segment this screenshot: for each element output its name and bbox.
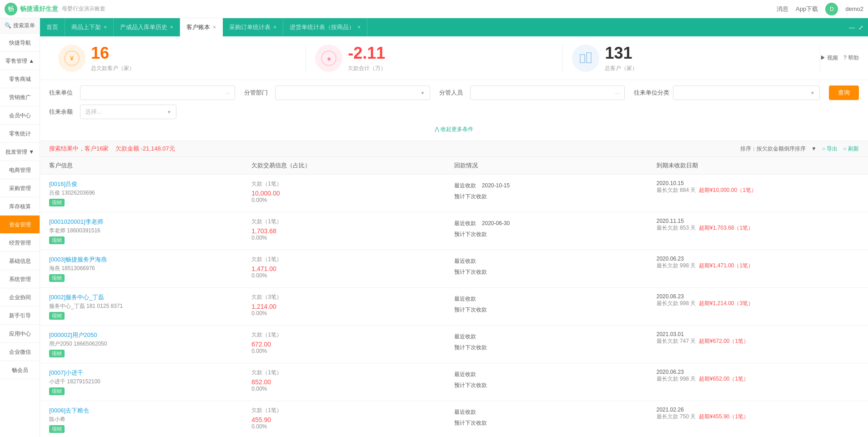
overdue-link-4[interactable]: 超期¥1,214.00（3笔） bbox=[699, 300, 753, 306]
sidebar-item-newbie[interactable]: 新手引导 bbox=[0, 306, 40, 325]
customer-cell-4: [0002]服务中心_丁磊 服务中心_丁磊 181 0125 8371 现销 bbox=[49, 293, 251, 320]
person-input[interactable]: ··· bbox=[470, 85, 625, 100]
help-btn[interactable]: ? 帮助 bbox=[843, 54, 859, 62]
sidebar-item-membership[interactable]: 会员中心 bbox=[0, 106, 40, 125]
dept-select[interactable]: ▼ bbox=[275, 85, 430, 100]
table-container: 客户信息 欠款交易信息（占比） 回款情况 到期未收款日期 [0016]吕俊 吕俊… bbox=[40, 157, 868, 437]
overdue-link-5[interactable]: 超期¥672.00（1笔） bbox=[699, 338, 749, 344]
app-download-btn[interactable]: App下载 bbox=[796, 5, 818, 13]
customer-cell-7: [0006]去下粮仓 陈小希 现销 bbox=[49, 407, 251, 433]
overdue-cell-3: 2020.06.23 最长欠款 998 天 超期¥1,471.00（1笔） bbox=[657, 256, 859, 270]
sidebar-item-retail-stats[interactable]: 零售统计 bbox=[0, 125, 40, 143]
overdue-link-3[interactable]: 超期¥1,471.00（1笔） bbox=[699, 262, 753, 269]
sidebar-item-app-center[interactable]: 应用中心 bbox=[0, 325, 40, 343]
tab-close-products[interactable]: × bbox=[104, 24, 107, 30]
sidebar-item-ecommerce[interactable]: 电商管理 bbox=[0, 161, 40, 179]
customer-tag-3: 现销 bbox=[49, 274, 65, 282]
customer-name-4[interactable]: [0002]服务中心_丁磊 bbox=[49, 293, 251, 301]
sidebar-item-retail-store[interactable]: 零售商城 bbox=[0, 70, 40, 88]
debt-amount-2: 1,703.68 bbox=[251, 227, 454, 235]
customer-name-3[interactable]: [0003]畅捷服务尹海燕 bbox=[49, 256, 251, 264]
customer-contact-6: 小进千 18279152100 bbox=[49, 378, 251, 386]
collapse-row[interactable]: ⋀ 收起更多条件 bbox=[49, 124, 859, 135]
sidebar-item-marketing[interactable]: 营销推广 bbox=[0, 88, 40, 106]
tab-close-customer[interactable]: × bbox=[213, 24, 216, 30]
sidebar-item-enterprise[interactable]: 企业协同 bbox=[0, 288, 40, 306]
main-area: 🔍 搜索菜单 快捷导航 零售管理 ▲ 零售商城 营销推广 会员中心 零售统计 bbox=[0, 18, 868, 437]
category-select[interactable]: ▼ bbox=[673, 85, 820, 100]
message-btn[interactable]: 消息 bbox=[777, 5, 788, 13]
tab-close-purchase[interactable]: × bbox=[273, 24, 276, 30]
sidebar-item-purchase[interactable]: 采购管理 bbox=[0, 179, 40, 197]
table-header: 客户信息 欠款交易信息（占比） 回款情况 到期未收款日期 bbox=[40, 157, 868, 175]
overdue-link-1[interactable]: 超期¥10,000.00（1笔） bbox=[699, 187, 757, 193]
overdue-link-7[interactable]: 超期¥455.90（1笔） bbox=[699, 413, 749, 420]
logo-icon: 畅 bbox=[5, 3, 17, 15]
sidebar-item-finance[interactable]: 资金管理 bbox=[0, 216, 40, 234]
tab-home[interactable]: 首页 bbox=[40, 18, 65, 36]
overdue-cell-5: 2021.03.01 最长欠款 747 天 超期¥672.00（1笔） bbox=[657, 331, 859, 345]
debt-percent-3: 0.00% bbox=[251, 272, 454, 279]
collapse-icon: ⋀ bbox=[435, 126, 439, 132]
sidebar-item-batch-mgmt[interactable]: 批发管理 ▼ bbox=[0, 143, 40, 161]
stat-total-customers: 131 总客户（家） bbox=[563, 44, 820, 72]
query-button[interactable]: 查询 bbox=[829, 85, 859, 100]
customer-name-5[interactable]: [000002]用户2050 bbox=[49, 331, 251, 339]
sidebar-item-inventory[interactable]: 库存核算 bbox=[0, 197, 40, 216]
video-btn[interactable]: ▶ 视频 bbox=[820, 54, 838, 62]
tab-products-offshelf[interactable]: 商品上下架 × bbox=[65, 18, 114, 36]
from-unit-input[interactable]: ··· bbox=[80, 85, 235, 100]
overdue-cell-6: 2020.06.23 最长欠款 998 天 超期¥652.00（1笔） bbox=[657, 369, 859, 383]
filter-person: 分管人员 ··· bbox=[439, 85, 625, 100]
stat-value-total-debt: -2.11 bbox=[348, 44, 386, 63]
debt-cell-2: 欠款（1笔） 1,703.68 0.00% bbox=[251, 218, 454, 241]
filter-dept: 分管部门 ▼ bbox=[244, 85, 430, 100]
tab-customer-account[interactable]: 客户账本 × bbox=[180, 18, 223, 36]
content-area: ¥ 16 总欠款客户（家） ◈ bbox=[40, 36, 868, 437]
refresh-btn[interactable]: ○ 刷新 bbox=[843, 145, 859, 153]
col-header-collection: 回款情况 bbox=[454, 161, 657, 170]
sidebar-item-operations[interactable]: 经营管理 bbox=[0, 234, 40, 252]
tab-close-production[interactable]: × bbox=[170, 24, 173, 30]
collection-cell-5: 最近收款 预计下次收款 bbox=[454, 331, 657, 353]
sidebar-search[interactable]: 🔍 搜索菜单 bbox=[0, 18, 40, 34]
export-btn[interactable]: ○ 导出 bbox=[822, 145, 838, 153]
user-label[interactable]: demo2 bbox=[845, 5, 863, 12]
customer-name-6[interactable]: [0007]小进千 bbox=[49, 369, 251, 377]
brand-name: 畅捷通好生意 bbox=[20, 5, 58, 13]
svg-rect-4 bbox=[580, 55, 585, 63]
customer-name-1[interactable]: [0016]吕俊 bbox=[49, 180, 251, 188]
table-row: [000002]用户2050 用户2050 18665062050 现销 欠款（… bbox=[40, 326, 868, 363]
result-info: 搜索结果中，客户16家 欠款金额 -21,148.07元 bbox=[49, 145, 175, 153]
category-label: 往来单位分类 bbox=[634, 89, 669, 97]
debt-count-2: 欠款（1笔） bbox=[251, 218, 454, 226]
customer-name-2[interactable]: [0001020001]李老师 bbox=[49, 218, 251, 226]
tab-expand-btn[interactable]: ⤢ bbox=[858, 24, 863, 31]
sidebar-item-quick-nav[interactable]: 快捷导航 bbox=[0, 34, 40, 52]
sidebar-item-vip[interactable]: 畅会员 bbox=[0, 361, 40, 379]
debt-percent-6: 0.00% bbox=[251, 386, 454, 392]
sidebar-item-basic-info[interactable]: 基础信息 bbox=[0, 252, 40, 270]
tab-inventory-stats[interactable]: 进货单统计表（按商品） × bbox=[283, 18, 367, 36]
balance-placeholder: 选择... bbox=[85, 108, 102, 116]
overdue-link-2[interactable]: 超期¥1,703.68（1笔） bbox=[699, 225, 753, 231]
overdue-link-6[interactable]: 超期¥652.00（1笔） bbox=[699, 376, 749, 382]
sidebar-item-corp-wechat[interactable]: 企业微信 bbox=[0, 343, 40, 361]
tab-purchase-order-stats[interactable]: 采购订单统计表 × bbox=[223, 18, 283, 36]
avatar[interactable]: D bbox=[825, 3, 838, 15]
tab-close-inventory[interactable]: × bbox=[357, 24, 361, 30]
tab-production-history[interactable]: 产成品入库单历史 × bbox=[114, 18, 180, 36]
filter-row-2: 往来余额 选择... ▼ bbox=[49, 105, 859, 119]
balance-select[interactable]: 选择... ▼ bbox=[80, 105, 176, 119]
table-row: [0006]去下粮仓 陈小希 现销 欠款（1笔） 455.90 0.00% 最近… bbox=[40, 401, 868, 437]
sidebar-item-retail-mgmt[interactable]: 零售管理 ▲ bbox=[0, 52, 40, 70]
customer-cell-1: [0016]吕俊 吕俊 13026203696 现销 bbox=[49, 180, 251, 206]
sidebar-item-system[interactable]: 系统管理 bbox=[0, 270, 40, 288]
debt-amount-3: 1,471.00 bbox=[251, 265, 454, 272]
customer-cell-6: [0007]小进千 小进千 18279152100 现销 bbox=[49, 369, 251, 395]
customer-tag-1: 现销 bbox=[49, 199, 65, 206]
customer-name-7[interactable]: [0006]去下粮仓 bbox=[49, 407, 251, 415]
customer-cell-2: [0001020001]李老师 李老师 18600391516 现销 bbox=[49, 218, 251, 244]
tab-minimize-btn[interactable]: — bbox=[849, 24, 855, 31]
balance-chevron: ▼ bbox=[167, 110, 171, 115]
